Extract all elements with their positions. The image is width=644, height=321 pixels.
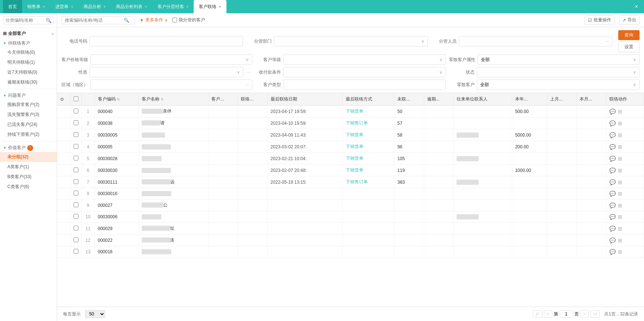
filter-region-select[interactable]: ··· (90, 80, 252, 90)
more-icon[interactable]: ⊞ (618, 191, 622, 197)
page-input[interactable] (560, 310, 573, 318)
more-icon[interactable]: ⊞ (618, 249, 622, 255)
sidebar-group-pending-contact[interactable]: ▼ 待联络客户 (0, 38, 57, 47)
sidebar-item-ungrouped[interactable]: 未分组(32) (0, 152, 57, 162)
more-icon[interactable]: ⊞ (618, 167, 622, 173)
more-icon[interactable]: ⊞ (618, 144, 622, 150)
filter-customer-level-select[interactable]: ∨ (283, 54, 446, 65)
contact-icon[interactable]: 💬 (609, 179, 616, 185)
more-icon[interactable]: ⊞ (618, 156, 622, 162)
sidebar-item-a-class[interactable]: A类客户(1) (0, 162, 57, 172)
filter-dept-select[interactable]: ∨ (274, 36, 427, 46)
nav-tab-customer-segment[interactable]: 客户分层经客 × (152, 0, 194, 13)
sidebar-item-declining[interactable]: 持续下滑客户(2) (0, 130, 57, 140)
sort-icon-2[interactable]: ⇅ (161, 97, 163, 101)
row-checkbox[interactable] (74, 156, 78, 160)
row-checkbox[interactable] (74, 226, 78, 230)
row-checkbox[interactable] (74, 132, 78, 137)
sidebar-collapse-icon[interactable]: « (52, 32, 54, 36)
filter-customer-type-select[interactable] (283, 80, 446, 90)
more-icon[interactable]: ⊞ (618, 226, 622, 232)
more-icon[interactable]: ⊞ (618, 202, 622, 208)
row-checkbox[interactable] (74, 214, 78, 219)
per-page-select[interactable]: 50 100 200 (85, 310, 105, 318)
filter-phone-input[interactable] (89, 36, 243, 46)
contact-icon[interactable]: 💬 (609, 109, 616, 114)
last-page-button[interactable]: >| (590, 310, 600, 318)
contact-icon[interactable]: 💬 (609, 226, 616, 232)
contact-icon[interactable]: 💬 (609, 237, 616, 243)
row-checkbox[interactable] (74, 167, 78, 172)
sidebar-group-value-customers[interactable]: ▼ 价值客户 ! (0, 143, 57, 152)
nav-tab-sales-close[interactable]: × (43, 4, 45, 9)
nav-tab-product-analysis-close[interactable]: × (103, 4, 106, 9)
more-icon[interactable]: ⊞ (618, 214, 622, 220)
last-method-link[interactable]: 下销货单 (346, 167, 363, 173)
sort-icon[interactable]: ⇅ (117, 97, 120, 101)
first-page-button[interactable]: |< (533, 310, 542, 318)
nav-tab-product-analysis[interactable]: 商品分析 × (78, 0, 111, 13)
last-method-link[interactable]: 下销货单 (346, 132, 363, 137)
filter-dots-1[interactable]: ··· (246, 70, 252, 75)
nav-tab-home[interactable]: 首页 (3, 0, 22, 13)
nav-tab-sales[interactable]: 销售单 × (22, 0, 50, 13)
sidebar-item-7days-pending[interactable]: 近7天待联络(0) (0, 67, 57, 77)
row-checkbox[interactable] (74, 179, 78, 184)
sidebar-group-problem-customers[interactable]: ▼ 问题客户 (0, 91, 57, 100)
sidebar-search-input[interactable] (3, 16, 54, 24)
row-checkbox[interactable] (74, 109, 78, 113)
contact-icon[interactable]: 💬 (609, 120, 616, 126)
more-icon[interactable]: ⊞ (618, 120, 622, 126)
sidebar-item-overdue-pending[interactable]: 逾期未联络(30) (0, 77, 57, 87)
nav-tab-purchase[interactable]: 进货单 × (50, 0, 78, 13)
export-button[interactable]: ↗ 导出 (619, 15, 640, 25)
query-button[interactable]: 查询 (618, 30, 640, 40)
sidebar-item-churn-warning[interactable]: 流失预警客户(3) (0, 110, 57, 120)
contact-icon[interactable]: 💬 (609, 144, 616, 150)
contact-icon[interactable]: 💬 (609, 132, 616, 138)
row-checkbox[interactable] (74, 249, 78, 254)
row-checkbox[interactable] (74, 202, 78, 207)
filter-price-level-select[interactable]: ∨ (90, 54, 252, 65)
select-all-checkbox[interactable] (74, 96, 78, 101)
contact-icon[interactable]: 💬 (609, 214, 616, 220)
nav-tab-product-analysis-list-close[interactable]: × (145, 4, 147, 9)
last-method-link[interactable]: 下销货单 (346, 144, 363, 149)
nav-tab-customer-segment-close[interactable]: × (186, 4, 189, 9)
last-method-link[interactable]: 下销货单 (346, 109, 363, 114)
window-close-button[interactable]: × (632, 2, 641, 11)
contact-icon[interactable]: 💬 (609, 191, 616, 197)
contact-icon[interactable]: 💬 (609, 156, 616, 162)
row-checkbox[interactable] (74, 191, 78, 195)
reset-button[interactable]: 设置 (618, 42, 640, 52)
prev-page-button[interactable]: < (544, 310, 552, 318)
nav-tab-product-analysis-list[interactable]: 商品分析列表 × (111, 0, 152, 13)
my-customers-checkbox[interactable] (172, 18, 177, 22)
more-icon[interactable]: ⊞ (618, 179, 622, 185)
sidebar-item-c-class[interactable]: C类客户(6) (0, 182, 57, 192)
contact-icon[interactable]: 💬 (609, 249, 616, 255)
filter-my-customers[interactable]: 我分管的客户 (172, 17, 205, 23)
nav-tab-customer-contact[interactable]: 客户联络 × (194, 0, 226, 13)
sidebar-item-today-pending[interactable]: 今天待联络(0) (0, 47, 57, 57)
filter-nature-select[interactable]: ∨ (89, 67, 243, 77)
nav-tab-customer-contact-close[interactable]: × (219, 4, 221, 9)
sidebar-item-b-class[interactable]: B类客户(33) (0, 172, 57, 182)
last-method-link[interactable]: 下销售订单 (346, 120, 368, 126)
contact-icon[interactable]: 💬 (609, 167, 616, 173)
last-method-link[interactable]: 下销货单 (346, 156, 363, 161)
filter-manager-select[interactable]: ··· (459, 36, 612, 46)
settings-icon[interactable]: ⚙ (60, 97, 64, 102)
sidebar-item-tomorrow-pending[interactable]: 明天待联络(1) (0, 57, 57, 67)
more-icon[interactable]: ⊞ (618, 237, 622, 243)
filter-retail-customer-select[interactable]: 全部 ∨ (477, 80, 640, 90)
filter-payment-select[interactable]: ∨ (283, 67, 446, 77)
filter-search-input[interactable] (65, 18, 124, 23)
last-method-link[interactable]: 下销售订单 (346, 179, 368, 184)
next-page-button[interactable]: > (580, 310, 589, 318)
contact-icon[interactable]: 💬 (609, 202, 616, 208)
row-checkbox[interactable] (74, 144, 78, 149)
row-checkbox[interactable] (74, 120, 78, 125)
row-checkbox[interactable] (74, 237, 78, 242)
filter-more-conditions[interactable]: ▼ 更多条件 ∧ (140, 17, 168, 23)
